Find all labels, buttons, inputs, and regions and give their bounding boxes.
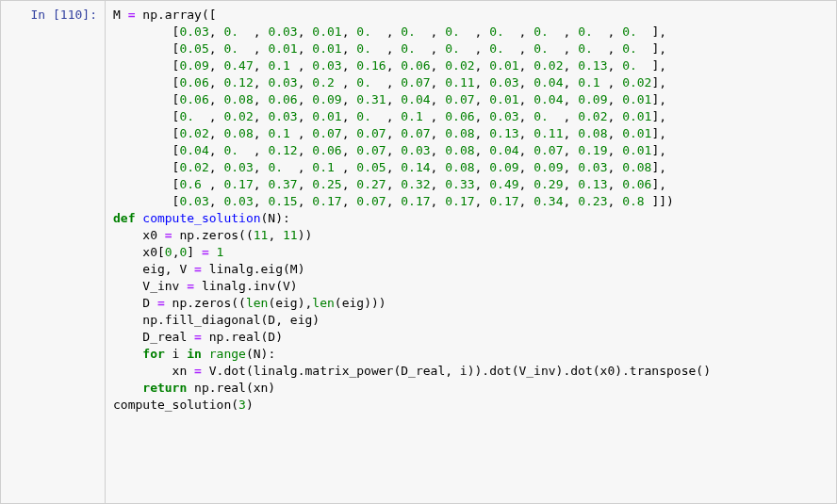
code-line: D_real = np.real(D) — [113, 330, 283, 344]
code-line: D = np.zeros((len(eig),len(eig))) — [113, 296, 386, 310]
code-line: V_inv = linalg.inv(V) — [113, 279, 298, 293]
matrix-row: [0.06, 0.12, 0.03, 0.2 , 0. , 0.07, 0.11… — [113, 75, 666, 89]
matrix-row: [0.02, 0.08, 0.1 , 0.07, 0.07, 0.07, 0.0… — [113, 126, 666, 140]
code-input-area[interactable]: M = np.array([ [0.03, 0. , 0.03, 0.01, 0… — [105, 1, 836, 503]
matrix-row: [0. , 0.02, 0.03, 0.01, 0. , 0.1 , 0.06,… — [113, 109, 666, 123]
function-body: x0 = np.zeros((11, 11)) x0[0,0] = 1 eig,… — [113, 228, 711, 395]
code-cell: In [110]: M = np.array([ [0.03, 0. , 0.0… — [0, 0, 837, 504]
code-line: np.fill_diagonal(D, eig) — [113, 313, 320, 327]
matrix-row: [0.09, 0.47, 0.1 , 0.03, 0.16, 0.06, 0.0… — [113, 58, 666, 73]
code-line-assign: M = np.array([ — [113, 8, 217, 22]
matrix-row: [0.03, 0. , 0.03, 0.01, 0. , 0. , 0. , 0… — [113, 24, 666, 39]
prompt-label: In [110]: — [31, 8, 97, 22]
def-line: def compute_solution(N): — [113, 211, 290, 225]
matrix-row: [0.05, 0. , 0.01, 0.01, 0. , 0. , 0. , 0… — [113, 41, 666, 56]
matrix-row: [0.6 , 0.17, 0.37, 0.25, 0.27, 0.32, 0.3… — [113, 177, 666, 191]
code-block: M = np.array([ [0.03, 0. , 0.03, 0.01, 0… — [113, 7, 829, 414]
matrix-rows: [0.03, 0. , 0.03, 0.01, 0. , 0. , 0. , 0… — [113, 24, 674, 208]
code-line: xn = V.dot(linalg.matrix_power(D_real, i… — [113, 364, 711, 378]
code-line: x0 = np.zeros((11, 11)) — [113, 228, 312, 242]
matrix-row: [0.04, 0. , 0.12, 0.06, 0.07, 0.03, 0.08… — [113, 143, 666, 157]
code-line: return np.real(xn) — [113, 381, 275, 395]
matrix-row: [0.03, 0.03, 0.15, 0.17, 0.07, 0.17, 0.1… — [113, 194, 674, 208]
code-line: for i in range(N): — [113, 347, 275, 361]
call-line: compute_solution(3) — [113, 398, 254, 412]
input-prompt: In [110]: — [1, 1, 105, 503]
matrix-row: [0.06, 0.08, 0.06, 0.09, 0.31, 0.04, 0.0… — [113, 92, 666, 106]
matrix-row: [0.02, 0.03, 0. , 0.1 , 0.05, 0.14, 0.08… — [113, 160, 666, 174]
code-line: eig, V = linalg.eig(M) — [113, 262, 305, 276]
code-line: x0[0,0] = 1 — [113, 245, 223, 259]
